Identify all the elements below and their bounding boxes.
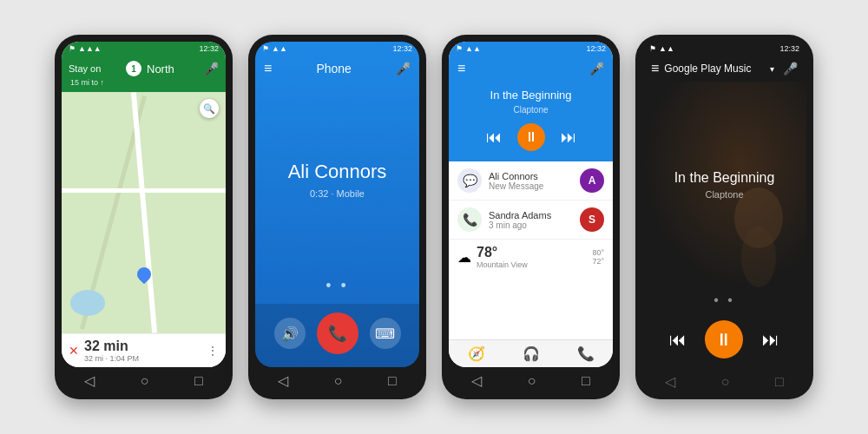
- end-call-button[interactable]: 📞: [317, 312, 358, 354]
- map-search-button[interactable]: 🔍: [200, 99, 219, 118]
- map-water: [70, 290, 105, 316]
- call-mic-icon[interactable]: 🎤: [396, 62, 411, 76]
- play-pause-button[interactable]: ⏸: [705, 320, 743, 358]
- map-road-vertical: [130, 92, 156, 332]
- more-options-icon[interactable]: ⋮: [207, 344, 219, 358]
- home-icon[interactable]: ○: [141, 373, 149, 389]
- album-song-title: In the Beginning: [674, 170, 775, 186]
- eta-info: 32 min 32 mi · 1:04 PM: [84, 339, 139, 363]
- album-info: In the Beginning Claptone: [674, 170, 775, 200]
- call-actions: 🔊 📞 ⌨: [255, 304, 419, 367]
- call-status-left: ⚑ ▲▲: [262, 44, 287, 53]
- prev-track-button[interactable]: ⏮: [669, 330, 687, 350]
- back-icon[interactable]: ◁: [278, 372, 288, 389]
- music-top-bar: ≡ Google Play Music ▾ 🎤: [642, 56, 806, 82]
- call-dots: • •: [255, 277, 419, 304]
- prev-track-button[interactable]: ⏮: [486, 128, 502, 147]
- map-road-horizontal: [62, 188, 226, 193]
- sig-icon: ▲▲: [272, 44, 287, 53]
- mic-icon[interactable]: 🎤: [204, 62, 219, 76]
- call-nav-bar: ◁ ○ □: [255, 367, 419, 392]
- notif-music-player: In the Beginning Claptone ⏮ ⏸ ⏭: [449, 82, 613, 161]
- next-track-button[interactable]: ⏭: [561, 128, 576, 147]
- back-icon[interactable]: ◁: [84, 372, 95, 389]
- caller-info: Ali Connors 0:32 · Mobile: [255, 82, 419, 277]
- bluetooth-icon: ⚑: [69, 44, 76, 53]
- menu-icon[interactable]: ≡: [457, 61, 465, 76]
- back-icon[interactable]: ◁: [665, 373, 675, 390]
- keypad-button[interactable]: ⌨: [370, 318, 401, 349]
- bt-icon: ⚑: [649, 44, 656, 53]
- maps-screen: ⚑ ▲▲▲ 12:32 Stay on 1 North 🎤 15 mi to ↑: [62, 42, 226, 367]
- call-icon: 📞: [457, 207, 482, 232]
- dropdown-icon[interactable]: ▾: [770, 64, 774, 74]
- phone-footer-btn[interactable]: 📞: [577, 345, 595, 362]
- audio-footer-btn[interactable]: 🎧: [523, 345, 540, 362]
- notif-header: ≡ 🎤: [449, 56, 613, 82]
- caller-detail: 0:32 · Mobile: [310, 188, 365, 199]
- maps-time: 12:32: [199, 44, 219, 53]
- road-name: North: [147, 62, 199, 76]
- map-nav-row: Stay on 1 North 🎤: [69, 61, 219, 76]
- notif-item-message[interactable]: 💬 Ali Connors New Message A: [449, 161, 613, 201]
- music-mic-icon[interactable]: 🎤: [783, 62, 798, 76]
- phone-maps: ⚑ ▲▲▲ 12:32 Stay on 1 North 🎤 15 mi to ↑: [55, 35, 233, 399]
- call-content: ⚑ ▲▲ 12:32 ≡ Phone 🎤 Ali Connors 0:32 · …: [255, 42, 419, 367]
- notif-screen: ⚑ ▲▲ 12:32 ≡ 🎤 In the Beginning Claptone…: [449, 42, 613, 367]
- navigation-footer-btn[interactable]: 🧭: [468, 345, 485, 362]
- recents-icon[interactable]: □: [194, 373, 203, 389]
- music-controls: ⏮ ⏸ ⏭: [642, 313, 806, 369]
- svg-point-1: [741, 227, 776, 287]
- eta-time: 32 min: [84, 339, 139, 354]
- status-icons-left: ⚑ ▲▲▲: [69, 44, 102, 53]
- route-badge: 1: [126, 61, 141, 76]
- recents-icon[interactable]: □: [775, 374, 784, 390]
- menu-icon[interactable]: ≡: [264, 61, 272, 76]
- bt-icon: ⚑: [456, 44, 463, 53]
- notif-call-name: Sandra Adams: [489, 210, 573, 220]
- call-header: ≡ Phone 🎤: [255, 56, 419, 82]
- notif-music-title: In the Beginning: [490, 89, 572, 102]
- bt-icon: ⚑: [262, 44, 269, 53]
- weather-info: 78° Mountain View: [477, 245, 528, 269]
- maps-header: Stay on 1 North 🎤 15 mi to ↑: [62, 56, 226, 92]
- call-screen: ⚑ ▲▲ 12:32 ≡ Phone 🎤 Ali Connors 0:32 · …: [255, 42, 419, 367]
- next-track-button[interactable]: ⏭: [762, 330, 779, 350]
- speaker-button[interactable]: 🔊: [274, 318, 306, 349]
- home-icon[interactable]: ○: [721, 374, 730, 390]
- signal-icon: ▲▲▲: [78, 44, 102, 53]
- phones-container: ⚑ ▲▲▲ 12:32 Stay on 1 North 🎤 15 mi to ↑: [37, 17, 831, 417]
- album-artist-name: Claptone: [674, 189, 775, 200]
- weather-low: 72°: [592, 257, 604, 266]
- notif-footer: 🧭 🎧 📞: [449, 339, 613, 367]
- menu-icon[interactable]: ≡: [651, 61, 659, 76]
- music-app-title: Google Play Music: [664, 62, 765, 75]
- caller-name: Ali Connors: [288, 161, 387, 183]
- ali-avatar: A: [580, 168, 604, 193]
- home-icon[interactable]: ○: [334, 373, 343, 389]
- notif-item-call[interactable]: 📞 Sandra Adams 3 min ago S: [449, 201, 613, 240]
- weather-range: 80° 72°: [592, 248, 604, 266]
- recents-icon[interactable]: □: [582, 373, 590, 389]
- call-screen-title: Phone: [279, 62, 389, 76]
- notif-status-bar: ⚑ ▲▲ 12:32: [449, 42, 613, 56]
- weather-location: Mountain View: [477, 260, 528, 269]
- notif-mic-icon[interactable]: 🎤: [589, 62, 604, 76]
- home-icon[interactable]: ○: [528, 373, 536, 389]
- map-sub-info: 15 mi to ↑: [69, 76, 219, 87]
- call-status-bar: ⚑ ▲▲ 12:32: [255, 42, 419, 56]
- sig-icon: ▲▲: [659, 44, 674, 53]
- ali-avatar-placeholder: A: [580, 168, 604, 193]
- music-time: 12:32: [779, 44, 799, 53]
- notif-time: 12:32: [586, 44, 606, 53]
- back-icon[interactable]: ◁: [471, 372, 482, 389]
- close-navigation-button[interactable]: ✕: [69, 344, 79, 358]
- message-icon: 💬: [457, 168, 482, 193]
- play-pause-button[interactable]: ⏸: [517, 123, 545, 151]
- notif-call-text: Sandra Adams 3 min ago: [489, 210, 573, 230]
- music-nav-bar: ◁ ○ □: [642, 369, 806, 392]
- notif-nav-bar: ◁ ○ □: [449, 367, 613, 392]
- call-time: 12:32: [392, 44, 412, 53]
- notif-call-sub: 3 min ago: [489, 220, 573, 230]
- recents-icon[interactable]: □: [388, 373, 397, 389]
